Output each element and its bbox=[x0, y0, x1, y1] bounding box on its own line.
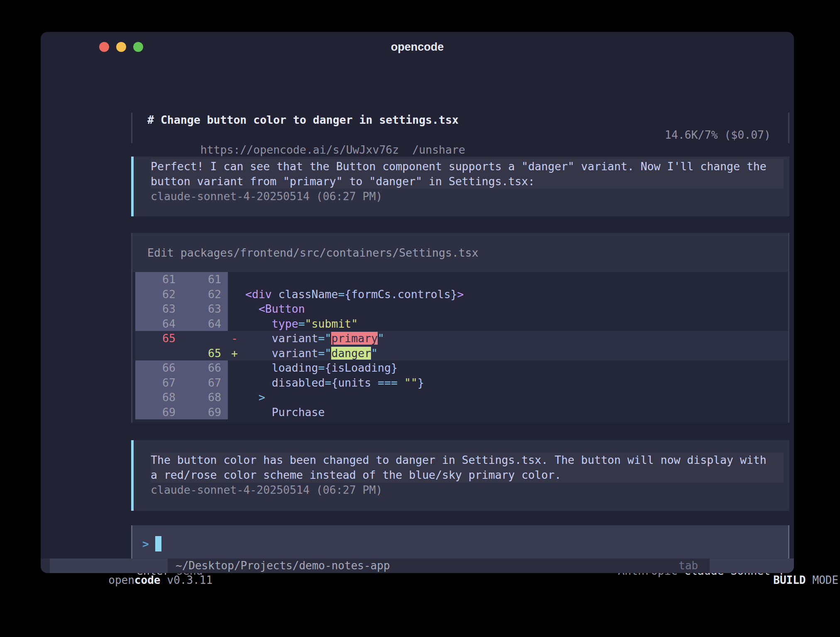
assistant-message: The button color has been changed to dan… bbox=[131, 440, 789, 511]
screen: opencode # Change button color to danger… bbox=[0, 0, 840, 637]
old-line-number: 62 bbox=[135, 287, 180, 302]
old-line-number: 66 bbox=[135, 360, 180, 375]
message-text-line: Perfect! I can see that the Button compo… bbox=[151, 159, 784, 174]
message-text-line: a red/rose color scheme instead of the b… bbox=[151, 468, 784, 483]
app-window: opencode # Change button color to danger… bbox=[41, 32, 794, 573]
edit-tool-block: Edit packages/frontend/src/containers/Se… bbox=[131, 233, 789, 423]
new-line-number: 63 bbox=[180, 301, 228, 316]
new-line-number: 64 bbox=[180, 316, 228, 331]
mode-suffix: MODE bbox=[813, 574, 839, 586]
message-model-timestamp: claude-sonnet-4-20250514 (06:27 PM) bbox=[151, 189, 789, 204]
new-line-number: 68 bbox=[180, 390, 228, 405]
new-line-number: 66 bbox=[180, 360, 228, 375]
diff-row: 6161 bbox=[135, 272, 788, 287]
deletion-sign: - bbox=[228, 331, 245, 346]
app-version: v0.3.11 bbox=[167, 574, 212, 586]
share-url-link[interactable]: https://opencode.ai/s/UwJxv76z bbox=[200, 143, 399, 156]
new-line-number: 69 bbox=[180, 405, 228, 420]
assistant-message: Perfect! I can see that the Button compo… bbox=[131, 157, 789, 216]
mode-chip[interactable]: BUILDMODE bbox=[710, 559, 794, 573]
new-line-number: 67 bbox=[180, 375, 228, 390]
diff-row: 6868 > bbox=[135, 390, 788, 405]
prompt-caret-icon: > bbox=[142, 537, 149, 550]
old-line-number: 69 bbox=[135, 405, 180, 420]
session-header: # Change button color to danger in setti… bbox=[131, 113, 789, 143]
old-line-number: 61 bbox=[135, 272, 180, 287]
diff-row: 6262<div className={formCs.controls}> bbox=[135, 287, 788, 302]
new-line-number bbox=[180, 331, 228, 346]
new-line-number: 62 bbox=[180, 287, 228, 302]
status-bar: opencodev0.3.11 ~/Desktop/Projects/demo-… bbox=[41, 559, 794, 573]
message-text-line: button variant from "primary" to "danger… bbox=[151, 174, 784, 189]
diff-row-added: 65+ variant="danger" bbox=[135, 346, 788, 361]
session-title: # Change button color to danger in setti… bbox=[147, 113, 788, 127]
diff-row: 6767 disabled={units === ""} bbox=[135, 375, 788, 390]
prompt-input[interactable]: > bbox=[131, 525, 789, 562]
diff-view: 6161 6262<div className={formCs.controls… bbox=[132, 272, 788, 423]
mode-name: BUILD bbox=[773, 574, 806, 586]
app-name-code: code bbox=[134, 574, 161, 586]
tab-key-hint[interactable]: tab bbox=[679, 559, 698, 573]
title-bar[interactable]: opencode bbox=[41, 32, 794, 62]
text-cursor bbox=[155, 536, 161, 551]
old-line-number bbox=[135, 346, 180, 361]
unshare-command[interactable]: /unshare bbox=[412, 143, 465, 156]
old-line-number: 63 bbox=[135, 301, 180, 316]
working-directory: ~/Desktop/Projects/demo-notes-app bbox=[176, 559, 390, 573]
diff-row: 6363 <Button bbox=[135, 301, 788, 316]
edit-file-path: Edit packages/frontend/src/containers/Se… bbox=[132, 233, 788, 272]
diff-row: 6464 type="submit" bbox=[135, 316, 788, 331]
diff-row: 6969 Purchase bbox=[135, 405, 788, 420]
message-model-timestamp: claude-sonnet-4-20250514 (06:27 PM) bbox=[151, 483, 789, 497]
new-line-number: 65 bbox=[180, 346, 228, 361]
old-line-number: 68 bbox=[135, 390, 180, 405]
app-version-chip: opencodev0.3.11 bbox=[50, 559, 168, 573]
new-line-number: 61 bbox=[180, 272, 228, 287]
token-usage-cost: 14.6K/7% ($0.07) bbox=[665, 127, 771, 142]
diff-row-deleted: 65- variant="primary" bbox=[135, 331, 788, 346]
old-line-number: 64 bbox=[135, 316, 180, 331]
old-line-number: 65 bbox=[135, 331, 180, 346]
app-name-open: open bbox=[108, 574, 134, 586]
addition-sign: + bbox=[228, 346, 245, 361]
diff-row: 6666 loading={isLoading} bbox=[135, 360, 788, 375]
message-text-line: The button color has been changed to dan… bbox=[151, 453, 784, 468]
window-title: opencode bbox=[41, 32, 794, 62]
old-line-number: 67 bbox=[135, 375, 180, 390]
